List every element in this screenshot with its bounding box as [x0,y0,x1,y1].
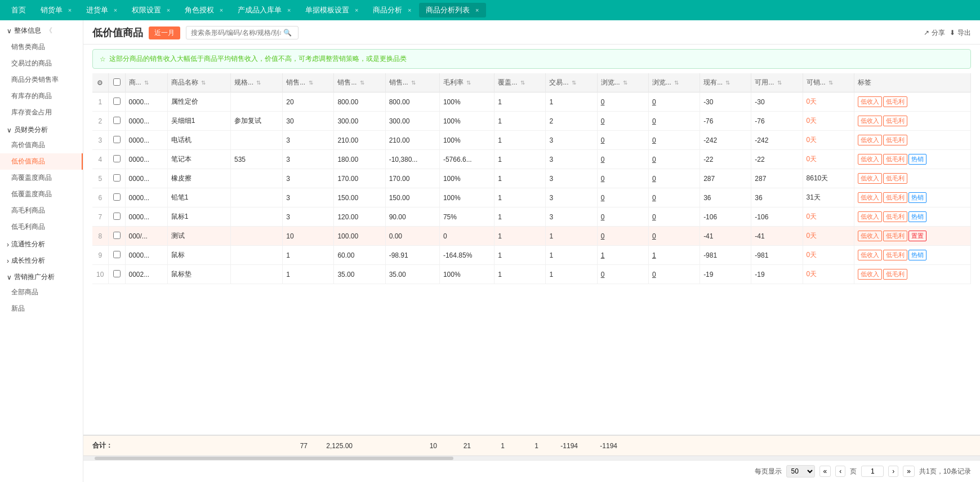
browse1-link[interactable]: 0 [601,213,605,221]
page-size-select[interactable]: 50 100 200 [786,465,815,477]
nav-permissions-close[interactable]: × [167,7,170,14]
row-checkbox[interactable] [113,136,121,143]
cell-checkbox[interactable] [108,92,125,112]
browse2-link[interactable]: 0 [652,232,656,240]
sidebar-item-low-coverage[interactable]: 低覆盖度商品 [0,186,83,202]
row-checkbox[interactable] [113,155,121,162]
sidebar-item-stock-funds[interactable]: 库存资金占用 [0,104,83,121]
nav-analysis-list-close[interactable]: × [475,7,479,14]
cell-browse1[interactable]: 1 [597,246,648,265]
browse1-link[interactable]: 0 [601,232,605,240]
cell-checkbox[interactable] [108,227,125,246]
cell-checkbox[interactable] [108,207,125,227]
first-page-btn[interactable]: « [819,466,831,477]
nav-analysis-list[interactable]: 商品分析列表 × [419,3,485,17]
select-all-checkbox[interactable] [113,78,121,86]
sidebar-section-overall[interactable]: ∨ 整体信息 《 [0,20,83,39]
cell-browse1[interactable]: 0 [597,92,648,112]
cell-browse1[interactable]: 0 [597,265,648,284]
col-margin[interactable]: 毛利率 ⇅ [439,73,494,92]
cell-checkbox[interactable] [108,265,125,284]
nav-products-close[interactable]: × [287,7,291,14]
browse2-link[interactable]: 0 [652,136,656,144]
nav-sales[interactable]: 销货单 × [34,3,78,17]
cell-browse1[interactable]: 0 [597,169,648,188]
sidebar-collapse-btn[interactable]: 《 [43,25,55,37]
cell-checkbox[interactable] [108,188,125,207]
col-browse1[interactable]: 浏览... ⇅ [597,73,648,92]
search-input[interactable] [191,29,281,37]
browse1-link[interactable]: 0 [601,156,605,163]
sidebar-item-category-rate[interactable]: 商品分类销售率 [0,72,83,88]
nav-purchase[interactable]: 进货单 × [79,3,124,17]
col-spec[interactable]: 规格... ⇅ [231,73,283,92]
browse1-link[interactable]: 0 [601,117,605,125]
sidebar-section-flow[interactable]: › 流通性分析 [0,235,83,251]
col-tags[interactable]: 标签 [854,73,970,92]
col-sales1[interactable]: 销售... ⇅ [283,73,334,92]
nav-templates-close[interactable]: × [355,7,358,14]
nav-roles[interactable]: 角色授权 × [178,3,230,17]
sidebar-item-low-margin[interactable]: 低毛利商品 [0,219,83,235]
browse2-link[interactable]: 0 [652,271,656,278]
prev-page-btn[interactable]: ‹ [835,466,845,477]
col-browse2[interactable]: 浏览... ⇅ [648,73,700,92]
sidebar-item-high-value[interactable]: 高价值商品 [0,137,83,153]
browse2-link[interactable]: 0 [652,98,656,106]
browse1-link[interactable]: 0 [601,271,605,278]
nav-analysis-close[interactable]: × [408,7,411,14]
row-checkbox[interactable] [113,251,121,258]
next-page-btn[interactable]: › [888,466,898,477]
cell-browse1[interactable]: 0 [597,188,648,207]
browse1-link[interactable]: 0 [601,194,605,202]
sidebar-item-traded-products[interactable]: 交易过的商品 [0,55,83,72]
row-checkbox[interactable] [113,117,121,124]
col-name[interactable]: 商品名称 ⇅ [167,73,230,92]
browse1-link[interactable]: 0 [601,136,605,144]
browse2-link[interactable]: 0 [652,175,656,183]
col-checkbox[interactable] [108,73,125,92]
page-input[interactable] [861,466,884,477]
filter-button[interactable]: 近一月 [149,26,180,39]
search-icon[interactable]: 🔍 [283,29,292,37]
browse2-link[interactable]: 0 [652,156,656,163]
col-code[interactable]: 商... ⇅ [125,73,167,92]
col-current[interactable]: 现有... ⇅ [700,73,751,92]
nav-permissions[interactable]: 权限设置 × [125,3,177,17]
sidebar-section-growth[interactable]: › 成长性分析 [0,251,83,268]
cell-browse1[interactable]: 0 [597,150,648,169]
col-settings[interactable]: ⚙ [92,73,108,92]
row-checkbox[interactable] [113,193,121,201]
cell-browse1[interactable]: 0 [597,207,648,227]
col-coverage[interactable]: 覆盖... ⇅ [495,73,546,92]
sidebar-item-low-value[interactable]: 低价值商品 [0,153,83,170]
nav-roles-close[interactable]: × [220,7,223,14]
table-container[interactable]: ⚙ 商... ⇅ 商品名称 ⇅ 规格... ⇅ 销售... ⇅ 销售... ⇅ … [83,73,980,435]
cell-checkbox[interactable] [108,246,125,265]
sidebar-item-high-coverage[interactable]: 高覆盖度商品 [0,170,83,186]
cell-checkbox[interactable] [108,150,125,169]
sidebar-item-all-products[interactable]: 全部商品 [0,284,83,300]
browse1-link[interactable]: 0 [601,175,605,183]
row-checkbox[interactable] [113,232,121,239]
cell-checkbox[interactable] [108,112,125,131]
browse1-link[interactable]: 0 [601,98,605,106]
col-saleable[interactable]: 可销... ⇅ [803,73,854,92]
row-checkbox[interactable] [113,213,121,220]
sidebar-item-sales-products[interactable]: 销售类商品 [0,39,83,55]
last-page-btn[interactable]: » [903,466,915,477]
nav-templates[interactable]: 单据模板设置 × [299,3,365,17]
browse2-link[interactable]: 0 [652,194,656,202]
sidebar-item-stock-products[interactable]: 有库存的商品 [0,88,83,104]
export-button[interactable]: ⬇ 导出 [950,28,971,38]
row-checkbox[interactable] [113,270,121,277]
nav-home[interactable]: 首页 [5,3,33,17]
row-checkbox[interactable] [113,98,121,105]
sidebar-item-new-products[interactable]: 新品 [0,300,83,317]
browse2-link[interactable]: 0 [652,117,656,125]
cell-browse1[interactable]: 0 [597,131,648,150]
browse2-link[interactable]: 0 [652,213,656,221]
browse2-link[interactable]: 1 [652,251,656,259]
col-sales2[interactable]: 销售... ⇅ [334,73,385,92]
col-available[interactable]: 可用... ⇅ [751,73,803,92]
